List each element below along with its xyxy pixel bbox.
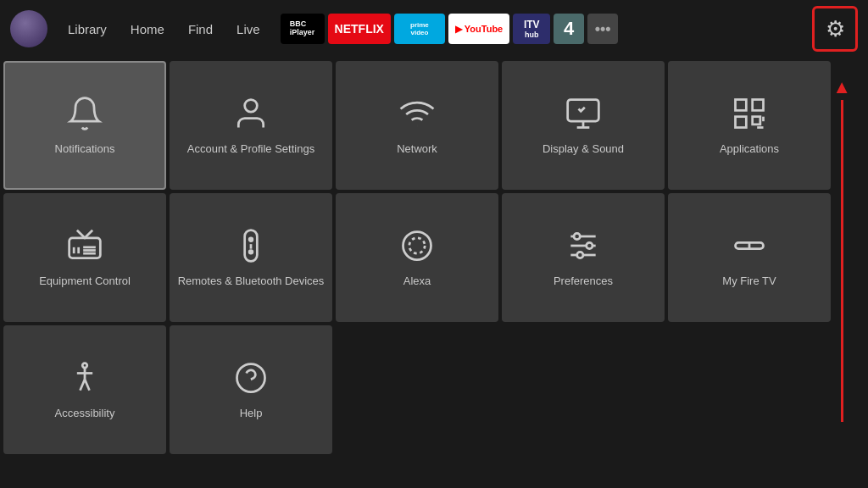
svg-point-27	[587, 242, 593, 248]
tile-equipment-label: Equipment Control	[39, 274, 131, 289]
nav-apps: BBCiPlayer NETFLIX primevideo ▶ YouTube …	[281, 14, 805, 44]
tile-help[interactable]: Help	[170, 325, 332, 454]
bell-icon	[66, 95, 103, 132]
tv-icon	[66, 227, 103, 264]
avatar[interactable]	[10, 10, 47, 47]
nav-find[interactable]: Find	[178, 17, 223, 42]
tile-notifications-label: Notifications	[55, 142, 115, 157]
gear-icon: ⚙	[826, 16, 845, 42]
svg-point-26	[574, 233, 580, 239]
tile-preferences-label: Preferences	[554, 274, 613, 289]
app-netflix[interactable]: NETFLIX	[328, 14, 391, 44]
tile-account-profile[interactable]: Account & Profile Settings	[170, 61, 332, 190]
app-itv[interactable]: ITVhub	[513, 14, 550, 44]
svg-line-34	[81, 379, 86, 390]
tile-help-label: Help	[240, 407, 263, 421]
svg-point-21	[403, 231, 431, 259]
svg-point-31	[82, 363, 87, 368]
svg-point-18	[249, 237, 253, 241]
tile-account-label: Account & Profile Settings	[187, 142, 314, 157]
tile-display-sound[interactable]: Display & Sound	[502, 61, 665, 190]
sliders-icon	[565, 227, 602, 264]
tile-equipment-control[interactable]: Equipment Control	[3, 193, 166, 322]
firetv-icon	[731, 227, 768, 264]
tile-remotes-label: Remotes & Bluetooth Devices	[178, 274, 325, 289]
tile-preferences[interactable]: Preferences	[502, 193, 665, 322]
svg-rect-7	[736, 116, 747, 127]
remote-icon	[232, 227, 270, 264]
apps-icon	[731, 95, 768, 132]
app-more[interactable]: •••	[587, 14, 618, 44]
accessibility-icon	[66, 359, 103, 396]
svg-point-20	[249, 250, 253, 253]
tile-firetv-label: My Fire TV	[722, 274, 776, 289]
svg-line-35	[85, 379, 90, 390]
display-icon	[565, 95, 602, 132]
wifi-icon	[398, 95, 436, 132]
svg-rect-8	[753, 116, 760, 124]
tile-applications[interactable]: Applications	[668, 61, 831, 190]
scroll-indicator: ▲	[832, 76, 851, 422]
svg-point-36	[237, 363, 265, 391]
tile-applications-label: Applications	[720, 142, 779, 157]
tile-accessibility[interactable]: Accessibility	[3, 325, 166, 454]
tile-display-label: Display & Sound	[542, 142, 624, 157]
arrow-up-icon: ▲	[832, 76, 851, 98]
svg-rect-6	[753, 99, 764, 110]
svg-point-28	[577, 252, 583, 258]
svg-rect-5	[736, 99, 747, 110]
svg-point-22	[409, 237, 425, 252]
tile-remotes-bluetooth[interactable]: Remotes & Bluetooth Devices	[170, 193, 332, 322]
settings-grid: Notifications Account & Profile Settings…	[0, 58, 831, 458]
app-bbc[interactable]: BBCiPlayer	[281, 14, 325, 44]
app-youtube[interactable]: ▶ YouTube	[448, 14, 509, 44]
nav-library[interactable]: Library	[58, 17, 117, 42]
tile-alexa-label: Alexa	[403, 274, 431, 289]
app-channel4[interactable]: 4	[554, 14, 584, 44]
help-icon	[232, 359, 270, 396]
tile-notifications[interactable]: Notifications	[3, 61, 166, 190]
tile-alexa[interactable]: Alexa	[336, 193, 498, 322]
top-nav: Library Home Find Live BBCiPlayer NETFLI…	[0, 0, 868, 58]
alexa-icon	[398, 227, 436, 264]
tile-network[interactable]: Network	[336, 61, 498, 190]
tile-network-label: Network	[397, 142, 437, 157]
nav-home[interactable]: Home	[120, 17, 175, 42]
tile-accessibility-label: Accessibility	[55, 407, 115, 421]
nav-links: Library Home Find Live	[58, 17, 270, 42]
svg-point-0	[245, 99, 258, 112]
tile-my-fire-tv[interactable]: My Fire TV	[668, 193, 831, 322]
nav-live[interactable]: Live	[226, 17, 270, 42]
person-icon	[232, 95, 270, 132]
settings-button[interactable]: ⚙	[812, 6, 858, 52]
app-prime[interactable]: primevideo	[394, 14, 445, 44]
